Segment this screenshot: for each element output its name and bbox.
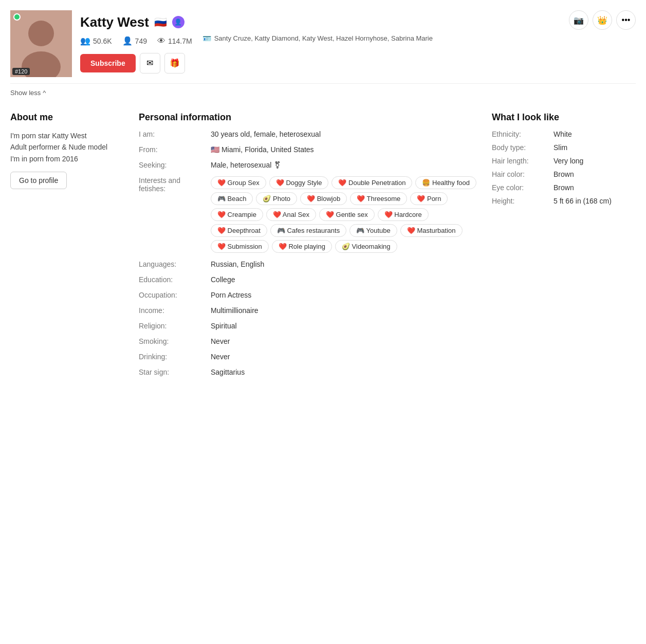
interest-tag: 🥑 Videomaking	[335, 240, 397, 253]
ethnicity-row: Ethnicity: White	[492, 130, 636, 138]
go-to-profile-button[interactable]: Go to profile	[10, 172, 67, 189]
interest-tag: 🎮 Cafes restaurants	[270, 224, 346, 237]
eye-color-value: Brown	[553, 183, 574, 192]
crown-button[interactable]: 👑	[593, 10, 612, 30]
looks-title: What I look like	[492, 112, 636, 123]
from-flag: 🇺🇸	[211, 145, 219, 154]
actions-row: Subscribe ✉ 🎁	[80, 53, 636, 73]
seeking-icon: ⚧	[274, 161, 281, 169]
drinking-row: Drinking: Never	[139, 353, 476, 361]
interest-tag: ❤️ Creampie	[211, 208, 263, 221]
interest-tag: ❤️ Threesome	[350, 192, 407, 205]
i-am-row: I am: 30 years old, female, heterosexual	[139, 130, 476, 138]
interest-tag: ❤️ Porn	[410, 192, 448, 205]
seeking-value: Male, heterosexual ⚧	[211, 161, 281, 169]
seeking-text: Male, heterosexual	[211, 161, 271, 169]
flag-icon: 🇷🇺	[154, 16, 167, 28]
looks-section: What I look like Ethnicity: White Body t…	[492, 112, 636, 383]
interest-tag: ❤️ Hardcore	[378, 208, 429, 221]
views-icon: 👁	[157, 36, 165, 46]
online-indicator	[13, 13, 21, 21]
following-stat: 👤 749	[122, 36, 147, 46]
name-row: Katty West 🇷🇺 👤	[80, 14, 636, 30]
show-less-icon: ^	[43, 89, 46, 97]
income-row: Income: Multimillionaire	[139, 306, 476, 315]
height-value: 5 ft 66 in (168 cm)	[553, 197, 612, 205]
languages-row: Languages: Russian, English	[139, 260, 476, 268]
interest-tag: ❤️ Role playing	[272, 240, 332, 253]
show-less-toggle[interactable]: Show less ^	[10, 84, 636, 102]
hair-length-label: Hair length:	[492, 157, 548, 165]
interest-tag: ❤️ Masturbation	[400, 224, 463, 237]
interest-tag: ❤️ Double Penetration	[331, 176, 412, 189]
about-title: About me	[10, 112, 123, 123]
hair-length-row: Hair length: Very long	[492, 157, 636, 165]
interests-row: Interests and fetishes: ❤️ Group Sex❤️ D…	[139, 176, 476, 253]
ethnicity-label: Ethnicity:	[492, 130, 548, 138]
aliases-text: Santy Cruze, Katty Diamond, Katy West, H…	[214, 34, 433, 42]
tags-container: ❤️ Group Sex❤️ Doggy Style❤️ Double Pene…	[211, 176, 476, 253]
hair-color-label: Hair color:	[492, 170, 548, 178]
eye-color-row: Eye color: Brown	[492, 183, 636, 192]
education-row: Education: College	[139, 275, 476, 284]
about-text: I'm porn star Katty West Adult performer…	[10, 130, 123, 164]
income-value: Multimillionaire	[211, 306, 259, 315]
languages-label: Languages:	[139, 260, 206, 268]
occupation-row: Occupation: Porn Actress	[139, 291, 476, 299]
height-row: Height: 5 ft 66 in (168 cm)	[492, 197, 636, 205]
instagram-icon: 📷	[574, 15, 584, 25]
height-label: Height:	[492, 197, 548, 205]
show-less-label: Show less	[10, 89, 41, 97]
interest-tag: 🎮 Beach	[211, 192, 253, 205]
followers-count: 50.6K	[93, 37, 112, 45]
verified-icon: 👤	[172, 16, 184, 28]
header-social-icons: 📷 👑 •••	[569, 10, 636, 30]
education-value: College	[211, 275, 235, 284]
interest-tag: 🎮 Youtube	[349, 224, 397, 237]
starsign-value: Sagittarius	[211, 368, 245, 376]
i-am-value: 30 years old, female, heterosexual	[211, 130, 321, 138]
smoking-value: Never	[211, 337, 230, 345]
views-count: 114.7M	[168, 37, 192, 45]
education-label: Education:	[139, 275, 206, 284]
gift-button[interactable]: 🎁	[164, 53, 185, 73]
message-button[interactable]: ✉	[140, 53, 160, 73]
avatar	[10, 10, 72, 77]
svg-point-1	[28, 21, 54, 46]
following-count: 749	[135, 37, 147, 45]
views-stat: 👁 114.7M	[157, 36, 192, 46]
interest-tag: ❤️ Deepthroat	[211, 224, 267, 237]
subscribe-button[interactable]: Subscribe	[80, 54, 136, 72]
hair-length-value: Very long	[553, 157, 583, 165]
ethnicity-value: White	[553, 130, 572, 138]
crown-icon: 👑	[597, 15, 607, 25]
more-button[interactable]: •••	[616, 10, 636, 30]
interest-tag: 🍔 Healthy food	[415, 176, 476, 189]
eye-color-label: Eye color:	[492, 183, 548, 192]
body-row: Body type: Slim	[492, 143, 636, 152]
drinking-value: Never	[211, 353, 230, 361]
seeking-row: Seeking: Male, heterosexual ⚧	[139, 161, 476, 169]
from-label: From:	[139, 145, 206, 154]
interests-label: Interests and fetishes:	[139, 176, 206, 193]
about-line1: I'm porn star Katty West	[10, 130, 123, 141]
body-value: Slim	[553, 143, 567, 152]
interest-tag: ❤️ Submission	[211, 240, 269, 253]
personal-title: Personal information	[139, 112, 476, 123]
interest-tag: ❤️ Gentle sex	[319, 208, 375, 221]
main-content: About me I'm porn star Katty West Adult …	[10, 112, 636, 383]
instagram-button[interactable]: 📷	[569, 10, 588, 30]
about-line3: I'm in porn from 2016	[10, 153, 123, 164]
profile-info: Katty West 🇷🇺 👤 👥 50.6K 👤 749 👁 114.7M	[80, 14, 636, 73]
starsign-row: Star sign: Sagittarius	[139, 368, 476, 376]
personal-section: Personal information I am: 30 years old,…	[139, 112, 476, 383]
aliases-row: 🪪 Santy Cruze, Katty Diamond, Katy West,…	[202, 34, 433, 43]
about-section: About me I'm porn star Katty West Adult …	[10, 112, 123, 383]
stats-row: 👥 50.6K 👤 749 👁 114.7M 🪪 Santy Cruze, Ka…	[80, 34, 636, 48]
from-row: From: 🇺🇸 Miami, Florida, United States	[139, 145, 476, 154]
profile-header: #120 Katty West 🇷🇺 👤 👥 50.6K 👤 749 👁	[10, 10, 636, 84]
drinking-label: Drinking:	[139, 353, 206, 361]
gift-icon: 🎁	[170, 58, 180, 68]
from-text: Miami, Florida, United States	[222, 145, 314, 154]
hair-color-row: Hair color: Brown	[492, 170, 636, 178]
